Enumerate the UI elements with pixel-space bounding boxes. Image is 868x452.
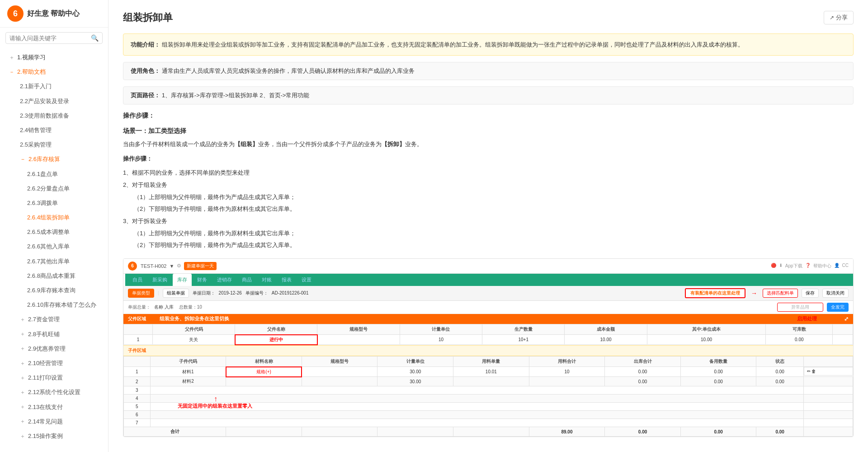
mock-td-parentname: 进行中 bbox=[235, 335, 317, 345]
sidebar-item-stockcheck[interactable]: 2.6.9库存账本查询 bbox=[14, 283, 108, 298]
sidebar-item-prepare[interactable]: 2.3使用前数据准备 bbox=[7, 109, 108, 123]
app-logo: 6 bbox=[7, 5, 24, 22]
mock-subtoolbar-orange: 父件区域 组装业务、拆卸业务在这里切换 启用处理 ⤢ bbox=[123, 314, 853, 324]
sidebar-item-operation[interactable]: ＋ 2.10经营管理 bbox=[7, 356, 108, 371]
mock-match-btn[interactable]: 选择匹配料单 bbox=[763, 289, 798, 298]
expand-icon-sysconfig: ＋ bbox=[20, 389, 25, 396]
mock-arrow-right: → bbox=[751, 290, 757, 297]
sidebar-item-assembly[interactable]: 2.6.4组装拆卸单 bbox=[14, 210, 108, 225]
collapse-icon-inventory: － bbox=[20, 155, 26, 163]
mock-td-action1 bbox=[833, 335, 853, 345]
mock-child-row-1: 1 材料1 规格(+) 30.00 10.01 10 0.00 0.00 0.0… bbox=[124, 367, 853, 377]
mock-th-unitcost: 其中:单位成本 bbox=[647, 324, 766, 335]
sidebar-item-otherinstock[interactable]: 2.6.6其他入库单 bbox=[14, 239, 108, 254]
mock-td-unitcost1: 10.00 bbox=[647, 335, 766, 345]
sidebar-item-docs[interactable]: － 2.帮助文档 bbox=[0, 65, 108, 79]
intro-text: 组装拆卸单用来处理企业组装或拆卸等加工业务，支持有固定装配清单的产品加工业务，也… bbox=[162, 41, 744, 48]
mock-nav-home: 自员 bbox=[128, 274, 147, 286]
sidebar-item-install[interactable]: 2.2产品安装及登录 bbox=[7, 94, 108, 109]
sidebar-item-goodscost[interactable]: 2.6.8商品成本重算 bbox=[14, 269, 108, 283]
sidebar-item-sysconfig[interactable]: ＋ 2.12系统个性化设置 bbox=[7, 385, 108, 400]
step1: 1、根据不同的业务，选择不同单据的类型来处理 bbox=[123, 167, 854, 179]
mock-help-icon: ❓ bbox=[805, 263, 811, 269]
sidebar-item-video[interactable]: ＋ 1.视频学习 bbox=[0, 50, 108, 65]
sidebar-item-stocktake[interactable]: 2.6.1盘点单 bbox=[14, 167, 108, 181]
mock-child-th-name: 材料名称 bbox=[226, 356, 302, 367]
mock-label-docno: 单据编号： bbox=[245, 290, 268, 296]
mock-th-prodcost: 成本金额 bbox=[565, 324, 647, 335]
mock-qty-label: 单据总量： bbox=[128, 304, 151, 310]
mock-child-table: 子件代码 材料名称 规格型号 计量单位 用料单量 用料合计 出库合计 备用数量 … bbox=[123, 356, 853, 437]
screenshot-mock: 6 TEST-H002 ▼ ⚙ 新建单据一天 🔴 ⬇ App下载 ❓ 帮助中心 … bbox=[123, 259, 853, 437]
expand-icon: ＋ bbox=[9, 54, 14, 62]
mock-settings-icon: ⚙ bbox=[177, 263, 181, 269]
mock-td-cb: 1 bbox=[124, 335, 153, 345]
mock-td-parentcode: 关关 bbox=[152, 335, 235, 345]
mock-save2-btn[interactable]: 保存 bbox=[802, 289, 819, 298]
mock-td-unit1: 10 bbox=[400, 335, 482, 345]
mock-th-parentcode: 父件代码 bbox=[152, 324, 235, 335]
nav-sub-docs: 2.1新手入门 2.2产品安装及登录 2.3使用前数据准备 2.4销售管理 2.… bbox=[0, 79, 108, 443]
mock-nav-goods: 商品 bbox=[237, 274, 256, 286]
sidebar-item-onlinepay[interactable]: ＋ 2.13在线支付 bbox=[7, 400, 108, 414]
mock-child-th-unit: 计量单位 bbox=[377, 356, 453, 367]
mock-td-prodcost1: 10.00 bbox=[565, 335, 647, 345]
mock-qty-row: 单据总量： 名称 入库 总数量：10 异常品用 全发完 bbox=[123, 301, 853, 314]
sidebar-item-coupon[interactable]: ＋ 2.9优惠券管理 bbox=[7, 342, 108, 356]
mock-title-area: TEST-H002 ▼ ⚙ 新建单据一天 bbox=[141, 262, 767, 270]
share-button[interactable]: ↗ 分享 bbox=[824, 11, 854, 24]
role-title-label: 使用角色： bbox=[131, 67, 160, 74]
sidebar-item-inventory[interactable]: － 2.6库存核算 bbox=[7, 152, 108, 167]
step3: 3、对于拆装业务 bbox=[123, 216, 854, 227]
mock-save-btn[interactable]: 单据类型 bbox=[128, 289, 154, 298]
ops-title: 操作步骤： bbox=[123, 112, 854, 120]
sidebar-item-purchase[interactable]: 2.5采购管理 bbox=[7, 138, 108, 152]
step2: 2、对于组装业务 bbox=[123, 180, 854, 191]
role-block: 使用角色： 通常由生产人员或库管人员完成拆装业务的操作，库管人员确认原材料的出库… bbox=[123, 62, 854, 80]
mock-th-prodqty: 生产数量 bbox=[482, 324, 565, 335]
sidebar-item-print[interactable]: ＋ 2.11打印设置 bbox=[7, 371, 108, 385]
mock-th-checkbox bbox=[124, 324, 153, 335]
sidebar-item-stocksplit[interactable]: 2.6.2分量盘点单 bbox=[14, 181, 108, 196]
nav-tree: ＋ 1.视频学习 － 2.帮助文档 2.1新手入门 2.2产品安装及登录 2.3… bbox=[0, 48, 108, 445]
sidebar-item-costadj[interactable]: 2.6.5成本调整单 bbox=[14, 225, 108, 239]
search-box[interactable]: 🔍 bbox=[5, 32, 103, 44]
mock-nav-reports: 报表 bbox=[277, 274, 296, 286]
mock-nav-finance: 财务 bbox=[193, 274, 212, 286]
mock-qty-value: 名称 入库 bbox=[154, 304, 174, 310]
page-title-bar: 组装拆卸单 ↗ 分享 bbox=[123, 11, 854, 24]
mock-type-btn[interactable]: 组装单据 bbox=[163, 289, 189, 298]
sidebar-item-finance[interactable]: ＋ 2.7资金管理 bbox=[7, 312, 108, 327]
mock-confirm-btn[interactable]: 全发完 bbox=[827, 303, 849, 312]
sidebar-item-sales[interactable]: 2.4销售管理 bbox=[7, 123, 108, 138]
nav-sub-inventory: 2.6.1盘点单 2.6.2分量盘点单 2.6.3调拨单 2.6.4组装拆卸单 … bbox=[7, 167, 108, 313]
mock-nav-reconcile: 对账 bbox=[257, 274, 276, 286]
expand-icon-print: ＋ bbox=[20, 374, 25, 382]
sidebar-item-adjust[interactable]: 2.6.3调拨单 bbox=[14, 196, 108, 210]
sidebar-item-cases[interactable]: ＋ 2.15操作案例 bbox=[7, 429, 108, 443]
screenshot-container: 6 TEST-H002 ▼ ⚙ 新建单据一天 🔴 ⬇ App下载 ❓ 帮助中心 … bbox=[123, 258, 854, 438]
sidebar-item-otheroutstock[interactable]: 2.6.7其他出库单 bbox=[14, 254, 108, 269]
path-block: 页面路径： 1、库存核算->库存管理->组装拆卸单 2、首页->常用功能 bbox=[123, 86, 854, 105]
search-input[interactable] bbox=[9, 35, 91, 42]
sidebar-header: 6 好生意 帮助中心 bbox=[0, 0, 108, 28]
mock-cancel-btn[interactable]: 取消关闭 bbox=[822, 289, 849, 298]
expand-icon-finance: ＋ bbox=[20, 316, 25, 324]
sidebar-item-newbie[interactable]: 2.1新手入门 bbox=[7, 79, 108, 94]
mock-td-avail1: 0.00 bbox=[766, 335, 833, 345]
mock-child-th-totalqty: 用料合计 bbox=[529, 356, 605, 367]
expand-icon-operation: ＋ bbox=[20, 360, 25, 367]
search-icon[interactable]: 🔍 bbox=[91, 34, 99, 42]
mock-right-field: 异常品用 bbox=[777, 303, 823, 312]
sidebar-item-stockerror[interactable]: 2.6.10库存账本错了怎么办 bbox=[14, 298, 108, 312]
mock-child-th-outqty: 出库合计 bbox=[605, 356, 681, 367]
sidebar-item-mobile[interactable]: ＋ 2.8手机旺铺 bbox=[7, 327, 108, 342]
mock-user-icon: 👤 bbox=[834, 263, 840, 269]
main-content: 组装拆卸单 ↗ 分享 功能介绍： 组装拆卸单用来处理企业组装或拆卸等加工业务，支… bbox=[108, 0, 868, 452]
mock-top-icons: 🔴 ⬇ App下载 ❓ 帮助中心 👤 CC bbox=[771, 263, 849, 269]
sidebar-item-faq[interactable]: ＋ 2.14常见问题 bbox=[7, 414, 108, 429]
mock-nav-settings: 设置 bbox=[297, 274, 316, 286]
mock-th-unit: 计量单位 bbox=[400, 324, 482, 335]
mock-nav-items: 自员 新采购 库存 财务 进销存 商品 对账 报表 设置 bbox=[128, 274, 316, 286]
mock-child-th-unitqty: 用料单量 bbox=[453, 356, 529, 367]
